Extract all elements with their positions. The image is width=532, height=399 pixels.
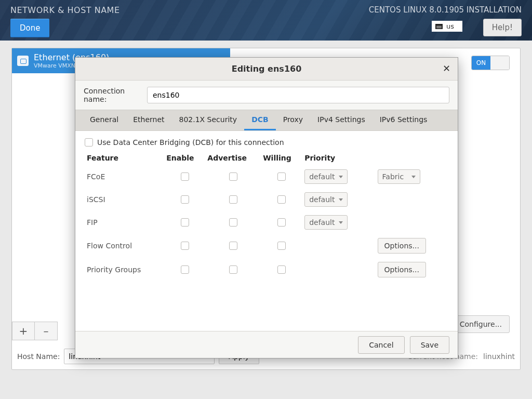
chevron-down-icon xyxy=(411,176,416,178)
dialog-tabs: GeneralEthernet802.1X SecurityDCBProxyIP… xyxy=(75,110,458,131)
dialog-footer: Cancel Save xyxy=(75,331,458,358)
table-row: iSCSIdefault xyxy=(85,188,448,211)
edit-connection-dialog: Editing ens160 ✕ Connection name: Genera… xyxy=(75,57,458,358)
installer-header: NETWORK & HOST NAME CENTOS LINUX 8.0.190… xyxy=(0,0,532,41)
keyboard-layout: us xyxy=(446,22,454,30)
use-dcb-label: Use Data Center Bridging (DCB) for this … xyxy=(97,138,284,147)
checkbox[interactable] xyxy=(181,218,189,227)
add-remove-group: + – xyxy=(12,322,58,340)
chevron-down-icon xyxy=(339,221,343,224)
connection-name-label: Connection name: xyxy=(84,87,147,103)
toggle-on-label: ON xyxy=(472,56,490,70)
checkbox[interactable] xyxy=(229,195,237,204)
options-button[interactable]: Options... xyxy=(378,238,426,254)
checkbox[interactable] xyxy=(229,265,237,274)
keyboard-indicator[interactable]: us xyxy=(432,21,462,32)
feature-name: FCoE xyxy=(85,165,164,188)
checkbox[interactable] xyxy=(229,218,237,227)
table-row: Flow ControlOptions... xyxy=(85,234,448,258)
done-button[interactable]: Done xyxy=(10,19,49,37)
dialog-title-bar: Editing ens160 ✕ xyxy=(75,58,458,81)
tab-ipv4-settings[interactable]: IPv4 Settings xyxy=(310,110,373,130)
table-row: FIPdefault xyxy=(85,211,448,234)
connection-name-row: Connection name: xyxy=(75,81,458,110)
checkbox[interactable] xyxy=(181,172,189,181)
checkbox[interactable] xyxy=(277,265,286,274)
help-button[interactable]: Help! xyxy=(483,19,522,36)
save-button[interactable]: Save xyxy=(410,336,449,354)
checkbox[interactable] xyxy=(277,195,286,204)
table-row: Priority GroupsOptions... xyxy=(85,258,448,282)
checkbox[interactable] xyxy=(277,242,286,250)
checkbox[interactable] xyxy=(181,195,189,204)
tab-dcb[interactable]: DCB xyxy=(244,110,276,130)
ethernet-icon xyxy=(17,56,29,66)
product-label: CENTOS LINUX 8.0.1905 INSTALLATION xyxy=(369,5,522,15)
page-title: NETWORK & HOST NAME xyxy=(10,5,120,15)
dcb-table: Feature Enable Advertise Willing Priorit… xyxy=(85,151,448,282)
tab-general[interactable]: General xyxy=(83,110,126,130)
current-hostname-value: linuxhint xyxy=(483,352,515,361)
checkbox[interactable] xyxy=(229,242,237,250)
checkbox[interactable] xyxy=(229,172,237,181)
options-button[interactable]: Options... xyxy=(378,262,426,277)
tab-ipv6-settings[interactable]: IPv6 Settings xyxy=(373,110,435,130)
tab-proxy[interactable]: Proxy xyxy=(276,110,310,130)
checkbox[interactable] xyxy=(181,265,189,274)
col-priority: Priority xyxy=(302,151,375,165)
chevron-down-icon xyxy=(339,198,343,201)
use-dcb-row[interactable]: Use Data Center Bridging (DCB) for this … xyxy=(85,138,448,147)
toggle-knob xyxy=(490,56,509,70)
checkbox[interactable] xyxy=(277,172,286,181)
dcb-panel: Use Data Center Bridging (DCB) for this … xyxy=(75,131,458,331)
col-advertise: Advertise xyxy=(205,151,261,165)
col-willing: Willing xyxy=(261,151,302,165)
remove-interface-button[interactable]: – xyxy=(35,322,58,340)
checkbox[interactable] xyxy=(277,218,286,227)
configure-button[interactable]: Configure... xyxy=(452,315,510,333)
col-enable: Enable xyxy=(164,151,205,165)
feature-name: iSCSI xyxy=(85,188,164,211)
tab-802-1x-security[interactable]: 802.1X Security xyxy=(172,110,245,130)
feature-name: Priority Groups xyxy=(85,258,164,282)
add-interface-button[interactable]: + xyxy=(12,322,35,340)
close-icon[interactable]: ✕ xyxy=(443,63,450,74)
dialog-title: Editing ens160 xyxy=(232,64,302,74)
table-row: FCoEdefaultFabric xyxy=(85,165,448,188)
feature-name: Flow Control xyxy=(85,234,164,258)
feature-name: FIP xyxy=(85,211,164,234)
priority-dropdown[interactable]: default xyxy=(304,215,348,230)
connection-name-input[interactable] xyxy=(147,87,449,103)
use-dcb-checkbox[interactable] xyxy=(85,138,93,147)
tab-ethernet[interactable]: Ethernet xyxy=(126,110,171,130)
col-feature: Feature xyxy=(85,151,164,165)
extra-dropdown[interactable]: Fabric xyxy=(378,169,420,184)
interface-toggle[interactable]: ON xyxy=(471,56,510,70)
cancel-button[interactable]: Cancel xyxy=(358,336,404,354)
hostname-label: Host Name: xyxy=(17,352,60,361)
priority-dropdown[interactable]: default xyxy=(304,192,348,207)
checkbox[interactable] xyxy=(181,242,189,250)
priority-dropdown[interactable]: default xyxy=(304,169,348,184)
chevron-down-icon xyxy=(339,176,343,178)
keyboard-icon xyxy=(435,23,443,30)
